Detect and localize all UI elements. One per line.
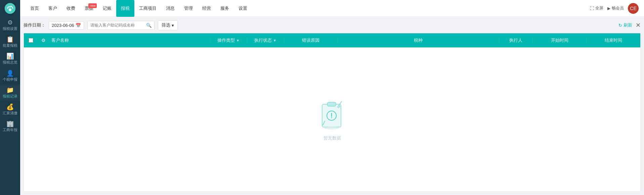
filter-label: 筛选 xyxy=(162,22,170,28)
nav-item-tax[interactable]: 报税 xyxy=(116,0,134,17)
calendar-icon: 📅 xyxy=(76,23,81,28)
empty-text: 暂无数据 xyxy=(324,135,341,141)
col-header-error-reason: 错误原因 xyxy=(284,37,338,43)
nav-label-settings: 设置 xyxy=(239,5,247,11)
sidebar-item-batch-tax[interactable]: 📋批量报税 xyxy=(0,34,20,50)
empty-illustration xyxy=(315,98,349,131)
col-label-error-reason: 错误原因 xyxy=(302,37,319,43)
personal-tax-label: 个税申报 xyxy=(3,77,17,82)
topnav-right: ⛶ 全屏 ▶ 畅会员 CE xyxy=(590,3,639,14)
col-label-executor: 执行人 xyxy=(509,37,522,43)
col-header-start-time: 开始时间 xyxy=(533,37,587,43)
nav-label-clients: 客户 xyxy=(48,5,57,11)
filter-button[interactable]: 筛选 ▾ xyxy=(158,20,178,30)
col-label-exec-status: 执行状态 xyxy=(254,37,272,43)
sidebar-item-annual-report[interactable]: 🏢工商年报 xyxy=(0,118,20,135)
table-header: ⚙ 客户名称 操作类型 ▼ 执行状态 ▼ 错误原因 税种 xyxy=(24,33,640,47)
nav-item-home[interactable]: 首页 xyxy=(26,0,44,17)
refresh-label: 刷新 xyxy=(624,22,632,28)
nav-label-home: 首页 xyxy=(30,5,39,11)
col-header-exec-status[interactable]: 执行状态 ▼ xyxy=(247,37,284,43)
member-icon: ▶ xyxy=(607,6,610,11)
svg-point-1 xyxy=(9,8,11,11)
sidebar-item-tax-settings[interactable]: ⚙报税设置 xyxy=(0,17,20,34)
exec-status-sort-icon: ▼ xyxy=(273,39,276,42)
col-label-op-type: 操作类型 xyxy=(217,37,235,43)
fullscreen-icon: ⛶ xyxy=(590,6,594,11)
svg-point-6 xyxy=(331,117,332,118)
top-navigation: 首页客户收费票据new记账报税工商项目消息管理经营服务设置 ⛶ 全屏 ▶ 畅会员… xyxy=(20,0,644,17)
nav-item-messages[interactable]: 消息 xyxy=(161,0,179,17)
search-input[interactable] xyxy=(88,21,143,29)
col-header-customer-name: 客户名称 xyxy=(49,37,210,43)
select-all-input[interactable] xyxy=(29,38,33,43)
select-all-checkbox[interactable] xyxy=(24,38,38,43)
col-label-customer: 客户名称 xyxy=(51,37,69,43)
sidebar-item-summary-payment[interactable]: 💰汇算清缴 xyxy=(0,101,20,118)
nav-item-clients[interactable]: 客户 xyxy=(44,0,62,17)
nav-item-business[interactable]: 工商项目 xyxy=(134,0,161,17)
toolbar: 操作日期： 2023-06-06 📅 🔍 筛选 ▾ ↻ 刷新 ✕ xyxy=(24,20,641,30)
col-label-tax-type: 税种 xyxy=(414,37,423,43)
nav-label-business: 工商项目 xyxy=(139,5,157,11)
nav-label-messages: 消息 xyxy=(166,5,175,11)
nav-item-settings[interactable]: 设置 xyxy=(234,0,252,17)
filter-chevron-icon: ▾ xyxy=(172,23,174,28)
tax-records-label: 报税记录 xyxy=(3,94,17,99)
sidebar-item-tax-overview[interactable]: 📊报税总览 xyxy=(0,50,20,67)
summary-payment-icon: 💰 xyxy=(6,104,14,110)
tax-settings-label: 报税设置 xyxy=(3,27,17,31)
nav-item-billing[interactable]: 收费 xyxy=(62,0,80,17)
close-button[interactable]: ✕ xyxy=(636,22,641,28)
refresh-button[interactable]: ↻ 刷新 xyxy=(618,22,632,28)
svg-point-9 xyxy=(324,127,339,129)
nav-item-management[interactable]: 管理 xyxy=(179,0,198,17)
tax-records-icon: 📁 xyxy=(6,87,14,93)
nav-label-tax: 报税 xyxy=(121,5,130,11)
tax-overview-icon: 📊 xyxy=(6,53,14,59)
fullscreen-button[interactable]: ⛶ 全屏 xyxy=(590,5,603,11)
col-label-end-time: 结束时间 xyxy=(605,37,622,43)
sidebar-item-tax-records[interactable]: 📁报税记录 xyxy=(0,84,20,101)
nav-label-operations: 经营 xyxy=(202,5,211,11)
refresh-icon: ↻ xyxy=(618,23,622,28)
member-button[interactable]: ▶ 畅会员 xyxy=(607,5,624,11)
col-header-end-time: 结束时间 xyxy=(587,37,640,43)
date-value: 2023-06-06 xyxy=(52,23,74,28)
col-label-start-time: 开始时间 xyxy=(551,37,568,43)
personal-tax-icon: 👤 xyxy=(6,70,14,76)
batch-tax-icon: 📋 xyxy=(6,36,14,42)
col-header-tax-type: 税种 xyxy=(338,37,500,43)
nav-item-services[interactable]: 服务 xyxy=(216,0,234,17)
fullscreen-label: 全屏 xyxy=(595,5,603,11)
nav-label-bookkeeping: 记账 xyxy=(103,5,112,11)
nav-item-invoices[interactable]: 票据new xyxy=(80,0,98,17)
annual-report-label: 工商年报 xyxy=(3,128,17,132)
sidebar: ⚙报税设置📋批量报税📊报税总览👤个税申报📁报税记录💰汇算清缴🏢工商年报 xyxy=(0,0,20,195)
gear-icon: ⚙ xyxy=(41,38,46,43)
tax-overview-label: 报税总览 xyxy=(3,60,17,65)
col-header-op-type[interactable]: 操作类型 ▼ xyxy=(210,37,247,43)
column-settings-button[interactable]: ⚙ xyxy=(38,38,49,43)
nav-label-management: 管理 xyxy=(184,5,193,11)
user-avatar[interactable]: CE xyxy=(628,3,639,14)
tax-settings-icon: ⚙ xyxy=(7,20,13,26)
app-logo[interactable] xyxy=(5,3,15,14)
nav-item-operations[interactable]: 经营 xyxy=(198,0,216,17)
op-type-sort-icon: ▼ xyxy=(236,39,240,42)
sidebar-item-personal-tax[interactable]: 👤个税申报 xyxy=(0,68,20,84)
svg-rect-3 xyxy=(327,102,336,106)
member-label: 畅会员 xyxy=(612,5,624,11)
search-button[interactable]: 🔍 xyxy=(143,21,155,30)
main-area: 首页客户收费票据new记账报税工商项目消息管理经营服务设置 ⛶ 全屏 ▶ 畅会员… xyxy=(20,0,644,195)
col-header-executor: 执行人 xyxy=(499,37,533,43)
main-content: 操作日期： 2023-06-06 📅 🔍 筛选 ▾ ↻ 刷新 ✕ xyxy=(20,17,644,195)
nav-items: 首页客户收费票据new记账报税工商项目消息管理经营服务设置 xyxy=(26,0,590,17)
nav-badge-invoices: new xyxy=(88,3,97,8)
sidebar-logo xyxy=(0,0,20,17)
date-picker[interactable]: 2023-06-06 📅 xyxy=(49,21,84,30)
nav-item-bookkeeping[interactable]: 记账 xyxy=(98,0,116,17)
search-box: 🔍 xyxy=(87,21,155,30)
data-table: ⚙ 客户名称 操作类型 ▼ 执行状态 ▼ 错误原因 税种 xyxy=(24,33,641,192)
annual-report-icon: 🏢 xyxy=(6,121,14,127)
